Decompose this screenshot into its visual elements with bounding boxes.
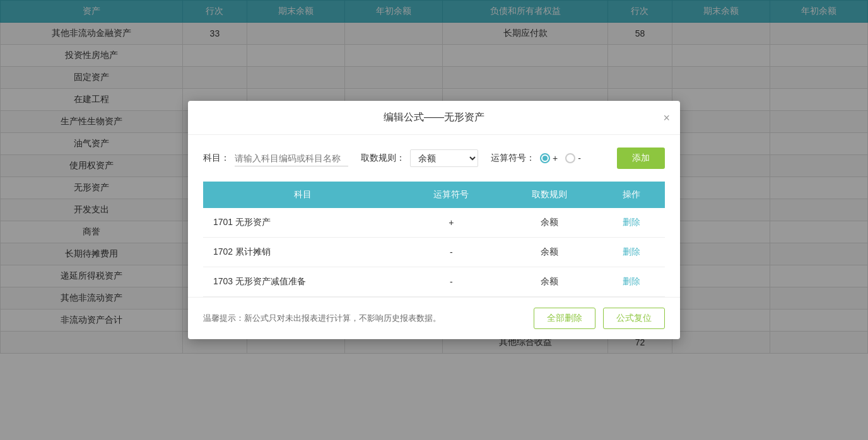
rule-select-wrapper: 余额 借方发生额 贷方发生额 [410,149,478,167]
formula-rule-cell: 余额 [500,238,598,267]
col-action-header: 操作 [598,182,665,208]
delete-all-button[interactable]: 全部删除 [534,308,595,329]
reset-formula-button[interactable]: 公式复位 [603,308,665,329]
subject-input[interactable] [235,151,348,166]
formula-table: 科目 运算符号 取数规则 操作 1701 无形资产+余额删除1702 累计摊销-… [203,182,665,297]
plus-label: + [553,153,558,163]
minus-radio-circle [565,153,575,163]
formula-operator-cell: - [402,267,500,297]
modal-footer: 温馨提示：新公式只对未出报表进行计算，不影响历史报表数据。 全部删除 公式复位 [188,297,680,339]
formula-action-cell: 删除 [598,208,665,238]
formula-operator-cell: + [402,208,500,238]
delete-row-button[interactable]: 删除 [623,246,640,257]
formula-table-wrapper: 科目 运算符号 取数规则 操作 1701 无形资产+余额删除1702 累计摊销-… [188,182,680,297]
footer-buttons: 全部删除 公式复位 [534,308,665,329]
formula-action-cell: 删除 [598,267,665,297]
formula-form: 科目： 取数规则： 余额 借方发生额 贷方发生额 运算符号： [188,135,680,182]
formula-operator-cell: - [402,238,500,267]
operator-plus-radio[interactable]: + [540,153,558,163]
list-item: 1703 无形资产减值准备-余额删除 [203,267,665,297]
plus-radio-circle [540,153,550,163]
col-subject-header: 科目 [203,182,402,208]
subject-group: 科目： [203,151,348,166]
edit-formula-modal: 编辑公式——无形资产 × 科目： 取数规则： 余额 借方发生额 贷方发生额 [188,101,680,339]
operator-group: 运算符号： + - [491,153,581,164]
col-rule-header: 取数规则 [500,182,598,208]
plus-radio-inner [542,156,548,161]
formula-action-cell: 删除 [598,238,665,267]
rule-group: 取数规则： 余额 借方发生额 贷方发生额 [361,149,478,167]
formula-subject-cell: 1702 累计摊销 [203,238,402,267]
operator-minus-radio[interactable]: - [565,153,581,163]
list-item: 1702 累计摊销-余额删除 [203,238,665,267]
minus-label: - [578,153,581,163]
modal-close-button[interactable]: × [663,112,670,124]
list-item: 1701 无形资产+余额删除 [203,208,665,238]
delete-row-button[interactable]: 删除 [623,276,640,286]
modal-overlay: 编辑公式——无形资产 × 科目： 取数规则： 余额 借方发生额 贷方发生额 [0,0,868,440]
operator-label: 运算符号： [491,153,535,164]
formula-rule-cell: 余额 [500,267,598,297]
operator-radio-group: + - [540,153,581,163]
modal-title: 编辑公式——无形资产 [384,111,484,124]
tip-text: 温馨提示：新公式只对未出报表进行计算，不影响历史报表数据。 [203,313,441,324]
formula-subject-cell: 1701 无形资产 [203,208,402,238]
rule-select[interactable]: 余额 借方发生额 贷方发生额 [410,149,478,167]
formula-subject-cell: 1703 无形资产减值准备 [203,267,402,297]
rule-label: 取数规则： [361,153,405,164]
delete-row-button[interactable]: 删除 [623,217,640,227]
modal-header: 编辑公式——无形资产 × [188,101,680,135]
add-button[interactable]: 添加 [617,148,665,169]
subject-label: 科目： [203,153,230,164]
formula-rule-cell: 余额 [500,208,598,238]
col-operator-header: 运算符号 [402,182,500,208]
